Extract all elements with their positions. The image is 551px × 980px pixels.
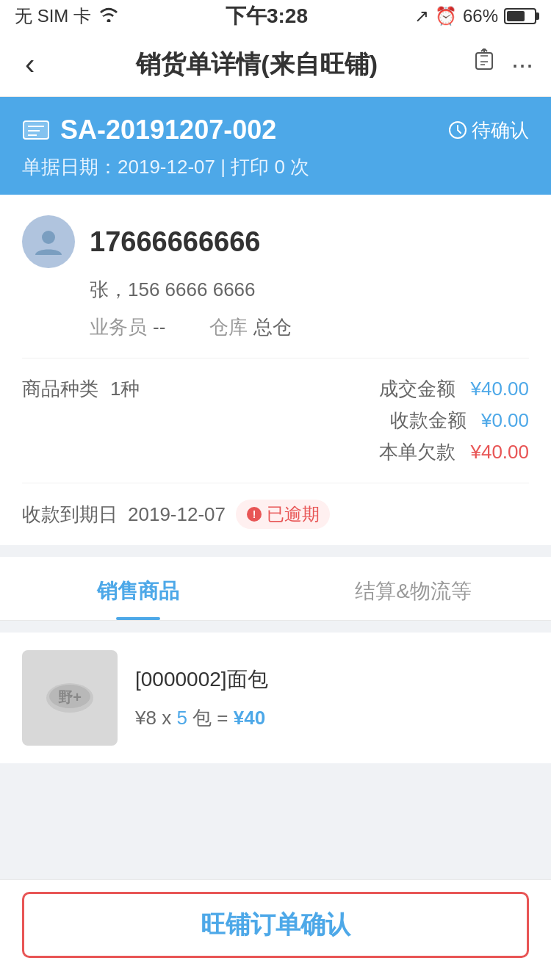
salesperson-item: 业务员 --	[90, 314, 165, 340]
deal-label: 成交金额	[379, 376, 455, 402]
bottom-bar: 旺铺订单确认	[0, 879, 551, 980]
more-icon[interactable]: ···	[511, 49, 533, 80]
alarm-icon: ⏰	[435, 6, 457, 26]
due-date-label: 收款到期日	[22, 502, 118, 527]
summary-left: 商品种类 1种	[22, 376, 140, 402]
product-types-value: 1种	[110, 376, 140, 402]
tab-settlement[interactable]: 结算&物流等	[276, 557, 551, 620]
received-label: 收款金额	[390, 408, 467, 433]
order-status: 待确认	[448, 118, 529, 143]
warehouse-value: 总仓	[253, 314, 292, 340]
battery-fill	[507, 11, 525, 21]
owed-amount-row: 本单欠款 ¥40.00	[379, 439, 529, 465]
received-amount-row: 收款金额 ¥0.00	[390, 408, 529, 433]
status-bar: 无 SIM 卡 下午3:28 ↗ ⏰ 66%	[0, 0, 551, 32]
confirm-order-button[interactable]: 旺铺订单确认	[22, 892, 529, 958]
svg-text:!: !	[253, 508, 256, 520]
order-id: SA-20191207-002	[22, 115, 276, 145]
product-qty: 5	[176, 707, 187, 729]
due-date-value: 2019-12-07	[128, 503, 226, 526]
page-title: 销货单详情(来自旺铺)	[42, 48, 472, 82]
customer-card: 17666666666 张，156 6666 6666 业务员 -- 仓库 总仓…	[0, 195, 551, 545]
deal-amount-row: 成交金额 ¥40.00	[379, 376, 529, 402]
deal-amount: ¥40.00	[470, 378, 529, 400]
avatar	[22, 215, 75, 268]
svg-point-6	[42, 231, 55, 244]
product-types-label: 商品种类	[22, 376, 98, 402]
equals: =	[217, 707, 233, 729]
overdue-badge: ! 已逾期	[236, 500, 330, 529]
summary-section: 商品种类 1种 成交金额 ¥40.00 收款金额 ¥0.00 本单欠款 ¥40.…	[0, 359, 551, 483]
owed-label: 本单欠款	[379, 439, 455, 465]
overdue-text: 已逾期	[267, 502, 320, 526]
wifi-icon	[98, 6, 119, 26]
warehouse-item: 仓库 总仓	[209, 314, 292, 340]
tab-sales-products[interactable]: 销售商品	[0, 557, 276, 620]
nav-bar: ‹ 销货单详情(来自旺铺) ···	[0, 32, 551, 97]
price-separator: x	[162, 707, 176, 729]
status-time: 下午3:28	[226, 2, 308, 30]
owed-amount: ¥40.00	[470, 441, 529, 464]
product-unit: 包	[192, 707, 212, 729]
summary-right: 成交金额 ¥40.00 收款金额 ¥0.00 本单欠款 ¥40.00	[379, 376, 529, 465]
battery-percent: 66%	[463, 6, 498, 26]
product-item: 野+ [0000002]面包 ¥8 x 5 包 = ¥40	[0, 633, 551, 763]
order-id-row: SA-20191207-002 待确认	[22, 115, 529, 145]
product-name: [0000002]面包	[135, 666, 529, 693]
due-section: 收款到期日 2019-12-07 ! 已逾期	[0, 483, 551, 545]
order-header: SA-20191207-002 待确认 单据日期：2019-12-07 | 打印…	[0, 97, 551, 195]
back-button[interactable]: ‹	[18, 40, 42, 88]
customer-section: 17666666666 张，156 6666 6666 业务员 -- 仓库 总仓	[0, 195, 551, 358]
customer-name: 张，156 6666 6666	[90, 277, 529, 303]
share-icon[interactable]	[472, 48, 497, 80]
customer-row: 17666666666	[22, 215, 529, 268]
status-text: 待确认	[472, 118, 529, 143]
carrier-text: 无 SIM 卡	[15, 4, 91, 28]
location-icon: ↗	[414, 6, 429, 26]
order-date: 单据日期：2019-12-07 | 打印 0 次	[22, 154, 529, 180]
status-right: ↗ ⏰ 66%	[414, 6, 536, 26]
svg-text:野+: 野+	[58, 689, 82, 705]
product-price: ¥8	[135, 707, 156, 729]
product-total: ¥40	[234, 707, 265, 729]
product-thumbnail: 野+	[22, 650, 118, 746]
product-price-row: ¥8 x 5 包 = ¥40	[135, 705, 529, 731]
status-left: 无 SIM 卡	[15, 4, 119, 28]
warehouse-label: 仓库	[209, 314, 248, 340]
nav-actions: ···	[472, 48, 533, 80]
tabs-section: 销售商品 结算&物流等	[0, 557, 551, 621]
meta-row: 业务员 -- 仓库 总仓	[90, 314, 529, 340]
tabs-row: 销售商品 结算&物流等	[0, 557, 551, 621]
salesperson-label: 业务员	[90, 314, 147, 340]
product-thumb-inner: 野+	[22, 650, 118, 746]
product-info: [0000002]面包 ¥8 x 5 包 = ¥40	[135, 666, 529, 731]
received-amount: ¥0.00	[481, 409, 529, 432]
battery-icon	[504, 8, 536, 24]
salesperson-value: --	[153, 316, 165, 339]
customer-phone: 17666666666	[90, 226, 260, 258]
